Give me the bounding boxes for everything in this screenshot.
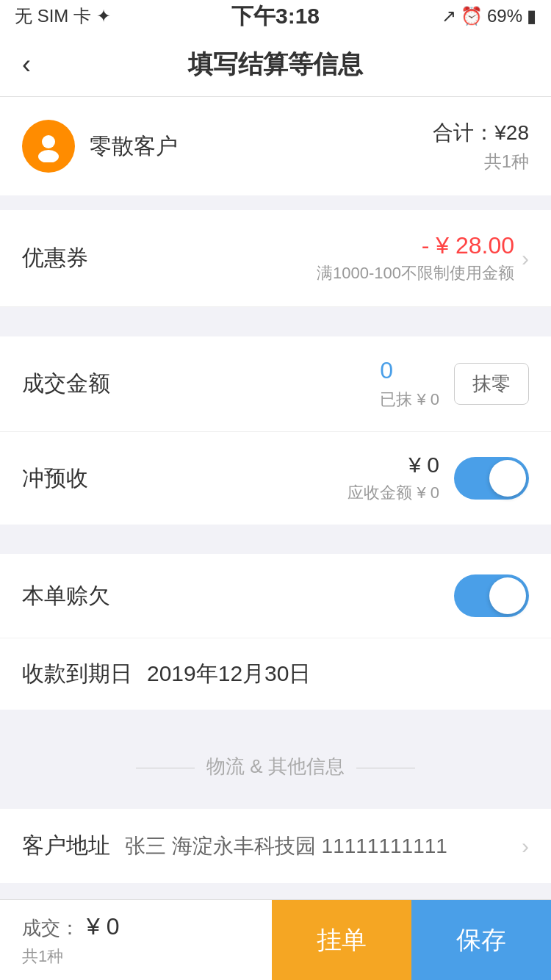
separator-3 — [0, 724, 551, 739]
coupon-value: - ¥ 28.00 满1000-100不限制使用金额 — [317, 232, 514, 284]
due-date-row: 收款到期日 2019年12月30日 — [0, 638, 551, 710]
deal-amount-value: 0 — [380, 357, 439, 384]
coupon-chevron-icon: › — [522, 246, 529, 271]
save-button[interactable]: 保存 — [411, 900, 551, 981]
deal-amount-row: 成交金额 0 已抹 ¥ 0 抹零 — [0, 336, 551, 432]
deal-section: 成交金额 0 已抹 ¥ 0 抹零 冲预收 ¥ 0 应收金额 ¥ 0 — [0, 336, 551, 525]
battery-level: 69% — [487, 6, 522, 26]
location-icon: ↗ — [442, 6, 456, 26]
svg-point-0 — [42, 135, 55, 148]
due-date-value: 2019年12月30日 — [147, 659, 311, 689]
footer-transaction: 成交： ¥ 0 — [22, 913, 250, 941]
back-button[interactable]: ‹ — [22, 49, 31, 80]
address-row[interactable]: 客户地址 张三 海淀永丰科技园 11111111111 › — [0, 809, 551, 883]
toggle-knob — [489, 460, 526, 497]
logistics-header: 物流 & 其他信息 — [0, 739, 551, 794]
chong-yushou-row: 冲预收 ¥ 0 应收金额 ¥ 0 — [0, 432, 551, 525]
credit-toggle-knob — [489, 577, 526, 614]
avatar — [22, 120, 75, 173]
page-title: 填写结算等信息 — [188, 48, 363, 82]
footer-transaction-label: 成交： — [22, 915, 79, 941]
separator-2 — [0, 539, 551, 554]
coupon-desc: 满1000-100不限制使用金额 — [317, 262, 514, 284]
chong-amount: ¥ 0 — [347, 453, 439, 478]
coupon-section: 优惠券 - ¥ 28.00 满1000-100不限制使用金额 › — [0, 210, 551, 307]
status-bar: 无 SIM 卡 ✦ 下午3:18 ↗ ⏰ 69% ▮ — [0, 0, 551, 32]
svg-point-1 — [38, 150, 59, 162]
coupon-right: - ¥ 28.00 满1000-100不限制使用金额 › — [317, 232, 529, 284]
chong-sub: 应收金额 ¥ 0 — [347, 482, 439, 504]
deal-amount-value-container: 0 已抹 ¥ 0 — [380, 357, 439, 411]
logistics-label: 物流 & 其他信息 — [124, 754, 427, 779]
credit-label: 本单赊欠 — [22, 581, 110, 611]
chong-amount-container: ¥ 0 应收金额 ¥ 0 — [347, 453, 439, 504]
deal-amount-sub: 已抹 ¥ 0 — [380, 389, 439, 411]
status-time: 下午3:18 — [231, 1, 320, 32]
deal-amount-label: 成交金额 — [22, 369, 110, 399]
coupon-row[interactable]: 优惠券 - ¥ 28.00 满1000-100不限制使用金额 › — [0, 210, 551, 307]
alarm-icon: ⏰ — [461, 6, 483, 26]
user-icon — [32, 130, 65, 162]
customer-name: 零散客户 — [90, 131, 178, 162]
credit-section: 本单赊欠 收款到期日 2019年12月30日 — [0, 554, 551, 710]
customer-total: 合计：¥28 — [433, 119, 529, 147]
customer-row: 零散客户 合计：¥28 共1种 — [0, 97, 551, 195]
customer-count: 共1种 — [433, 150, 529, 173]
customer-total-info: 合计：¥28 共1种 — [433, 119, 529, 173]
credit-row: 本单赊欠 — [0, 554, 551, 638]
address-chevron-icon: › — [522, 834, 529, 859]
battery-icon: ▮ — [527, 6, 536, 26]
round-zero-button[interactable]: 抹零 — [454, 363, 529, 405]
chong-yushou-label: 冲预收 — [22, 464, 88, 494]
status-right: ↗ ⏰ 69% ▮ — [442, 6, 536, 26]
credit-toggle[interactable] — [454, 574, 529, 617]
address-section: 客户地址 张三 海淀永丰科技园 11111111111 › — [0, 809, 551, 883]
due-date-label: 收款到期日 — [22, 659, 132, 689]
chong-toggle[interactable] — [454, 457, 529, 500]
status-left: 无 SIM 卡 ✦ — [15, 4, 111, 28]
address-label: 客户地址 — [22, 831, 110, 861]
address-value: 张三 海淀永丰科技园 11111111111 — [125, 832, 522, 860]
sim-status: 无 SIM 卡 ✦ — [15, 4, 111, 28]
chong-right: ¥ 0 应收金额 ¥ 0 — [347, 453, 529, 504]
separator-1 — [0, 322, 551, 336]
nav-bar: ‹ 填写结算等信息 — [0, 32, 551, 97]
footer-left: 成交： ¥ 0 共1种 — [0, 913, 272, 968]
footer-count: 共1种 — [22, 945, 250, 968]
bottom-footer: 成交： ¥ 0 共1种 挂单 保存 — [0, 899, 551, 980]
deal-amount-right: 0 已抹 ¥ 0 抹零 — [380, 357, 529, 411]
customer-info-left: 零散客户 — [22, 120, 178, 173]
coupon-amount: - ¥ 28.00 — [317, 232, 514, 259]
hold-button[interactable]: 挂单 — [272, 900, 411, 981]
coupon-label: 优惠券 — [22, 243, 88, 273]
footer-transaction-value: ¥ 0 — [87, 913, 119, 940]
